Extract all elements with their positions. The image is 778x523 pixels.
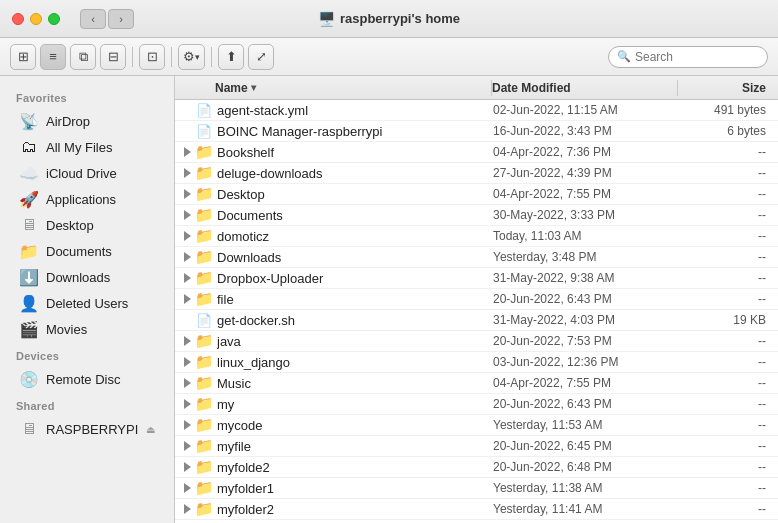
file-size: -- xyxy=(678,355,778,369)
movies-icon: 🎬 xyxy=(20,320,38,338)
column-name-header[interactable]: Name ▾ xyxy=(175,81,491,95)
view-list-button[interactable]: ≡ xyxy=(40,44,66,70)
search-input[interactable] xyxy=(635,50,755,64)
sidebar-item-downloads[interactable]: ⬇️ Downloads xyxy=(4,264,170,290)
sidebar-item-desktop[interactable]: 🖥 Desktop xyxy=(4,212,170,238)
arrange-button[interactable]: ⊡ xyxy=(139,44,165,70)
file-row[interactable]: 📁Music04-Apr-2022, 7:55 PM-- xyxy=(175,373,778,394)
sidebar-item-movies[interactable]: 🎬 Movies xyxy=(4,316,170,342)
sidebar-label-raspberrypi: RASPBERRYPI xyxy=(46,422,138,437)
window-title-text: raspberrypi's home xyxy=(340,11,460,26)
fullscreen-button[interactable]: ⤢ xyxy=(248,44,274,70)
file-list-header: Name ▾ Date Modified Size xyxy=(175,76,778,100)
sort-arrow-icon: ▾ xyxy=(251,82,256,93)
file-row[interactable]: 📄get-docker.sh31-May-2022, 4:03 PM19 KB xyxy=(175,310,778,331)
expand-arrow[interactable] xyxy=(179,378,195,388)
sidebar-item-allmyfiles[interactable]: 🗂 All My Files xyxy=(4,134,170,160)
action-button[interactable]: ⚙ ▾ xyxy=(178,44,205,70)
file-date: Yesterday, 11:38 AM xyxy=(493,481,678,495)
file-size: -- xyxy=(678,460,778,474)
expand-arrow[interactable] xyxy=(179,273,195,283)
column-size-header[interactable]: Size xyxy=(678,81,778,95)
sidebar-item-airdrop[interactable]: 📡 AirDrop xyxy=(4,108,170,134)
file-row[interactable]: 📁Desktop04-Apr-2022, 7:55 PM-- xyxy=(175,184,778,205)
sidebar-item-deleted[interactable]: 👤 Deleted Users xyxy=(4,290,170,316)
sidebar-item-raspberrypi[interactable]: 🖥 RASPBERRYPI ⏏ xyxy=(4,416,170,442)
expand-arrow[interactable] xyxy=(179,420,195,430)
view-grid-button[interactable]: ⊞ xyxy=(10,44,36,70)
expand-arrow[interactable] xyxy=(179,357,195,367)
expand-arrow[interactable] xyxy=(179,462,195,472)
navigation-buttons: ‹ › xyxy=(80,9,134,29)
expand-arrow[interactable] xyxy=(179,168,195,178)
desktop-icon: 🖥 xyxy=(20,216,38,234)
minimize-button[interactable] xyxy=(30,13,42,25)
sidebar-label-deleted: Deleted Users xyxy=(46,296,128,311)
file-row[interactable]: 📄agent-stack.yml02-Jun-2022, 11:15 AM491… xyxy=(175,100,778,121)
file-row[interactable]: 📁myfolder1Yesterday, 11:38 AM-- xyxy=(175,478,778,499)
file-row[interactable]: 📁java20-Jun-2022, 7:53 PM-- xyxy=(175,331,778,352)
file-row[interactable]: 📁myfolde220-Jun-2022, 6:48 PM-- xyxy=(175,457,778,478)
view-list-icon: ≡ xyxy=(49,49,57,64)
view-cover-button[interactable]: ⊟ xyxy=(100,44,126,70)
file-row[interactable]: 📁linux_django03-Jun-2022, 12:36 PM-- xyxy=(175,352,778,373)
file-date: 16-Jun-2022, 3:43 PM xyxy=(493,124,678,138)
file-row[interactable]: 📁mycodeYesterday, 11:53 AM-- xyxy=(175,415,778,436)
sidebar-item-icloud[interactable]: ☁️ iCloud Drive xyxy=(4,160,170,186)
sidebar-label-remotedisc: Remote Disc xyxy=(46,372,120,387)
col-size-label: Size xyxy=(742,81,766,95)
file-date: 04-Apr-2022, 7:36 PM xyxy=(493,145,678,159)
expand-arrow[interactable] xyxy=(179,252,195,262)
file-name: linux_django xyxy=(217,355,493,370)
forward-button[interactable]: › xyxy=(108,9,134,29)
share-icon: ⬆ xyxy=(226,49,237,64)
maximize-button[interactable] xyxy=(48,13,60,25)
expand-arrow[interactable] xyxy=(179,504,195,514)
file-icon: 📄 xyxy=(195,311,213,329)
allmyfiles-icon: 🗂 xyxy=(20,138,38,156)
column-date-header[interactable]: Date Modified xyxy=(492,81,677,95)
file-row[interactable]: 📁my20-Jun-2022, 6:43 PM-- xyxy=(175,394,778,415)
file-size: -- xyxy=(678,334,778,348)
file-name: mycode xyxy=(217,418,493,433)
expand-arrow[interactable] xyxy=(179,210,195,220)
sidebar-label-downloads: Downloads xyxy=(46,270,110,285)
back-button[interactable]: ‹ xyxy=(80,9,106,29)
sidebar-label-allmyfiles: All My Files xyxy=(46,140,112,155)
file-size: -- xyxy=(678,208,778,222)
close-button[interactable] xyxy=(12,13,24,25)
sidebar-item-applications[interactable]: 🚀 Applications xyxy=(4,186,170,212)
file-row[interactable]: 📁Dropbox-Uploader31-May-2022, 9:38 AM-- xyxy=(175,268,778,289)
expand-arrow[interactable] xyxy=(179,231,195,241)
share-button[interactable]: ⬆ xyxy=(218,44,244,70)
file-row[interactable]: 📁myfolder2Yesterday, 11:41 AM-- xyxy=(175,499,778,520)
file-size: -- xyxy=(678,187,778,201)
applications-icon: 🚀 xyxy=(20,190,38,208)
expand-arrow[interactable] xyxy=(179,336,195,346)
file-row[interactable]: 📁deluge-downloads27-Jun-2022, 4:39 PM-- xyxy=(175,163,778,184)
expand-arrow[interactable] xyxy=(179,483,195,493)
expand-arrow[interactable] xyxy=(179,189,195,199)
file-name: Music xyxy=(217,376,493,391)
airdrop-icon: 📡 xyxy=(20,112,38,130)
view-columns-icon: ⧉ xyxy=(79,49,88,65)
expand-arrow[interactable] xyxy=(179,147,195,157)
file-row[interactable]: 📁domoticzToday, 11:03 AM-- xyxy=(175,226,778,247)
expand-arrow[interactable] xyxy=(179,294,195,304)
sidebar-item-documents[interactable]: 📁 Documents xyxy=(4,238,170,264)
file-row[interactable]: 📁DownloadsYesterday, 3:48 PM-- xyxy=(175,247,778,268)
sidebar-item-remotedisc[interactable]: 💿 Remote Disc xyxy=(4,366,170,392)
file-icon: 📁 xyxy=(195,437,213,455)
file-icon: 📁 xyxy=(195,416,213,434)
file-row[interactable]: 📄BOINC Manager-raspberrypi16-Jun-2022, 3… xyxy=(175,121,778,142)
view-columns-button[interactable]: ⧉ xyxy=(70,44,96,70)
file-row[interactable]: 📁file20-Jun-2022, 6:43 PM-- xyxy=(175,289,778,310)
col-date-label: Date Modified xyxy=(492,81,571,95)
expand-arrow[interactable] xyxy=(179,441,195,451)
expand-arrow[interactable] xyxy=(179,399,195,409)
file-row[interactable]: 📁myfile20-Jun-2022, 6:45 PM-- xyxy=(175,436,778,457)
eject-icon[interactable]: ⏏ xyxy=(146,424,155,435)
file-row[interactable]: 📁Bookshelf04-Apr-2022, 7:36 PM-- xyxy=(175,142,778,163)
sidebar: Favorites 📡 AirDrop 🗂 All My Files ☁️ iC… xyxy=(0,76,175,523)
file-row[interactable]: 📁Documents30-May-2022, 3:33 PM-- xyxy=(175,205,778,226)
